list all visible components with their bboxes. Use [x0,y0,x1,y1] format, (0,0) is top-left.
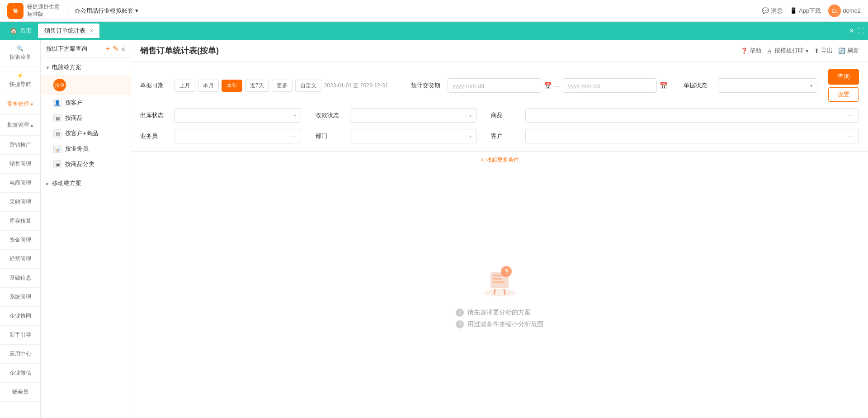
topbar-title[interactable]: 办公用品行业模拟账套 ▾ [75,7,138,15]
sidebar-item-wholesale[interactable]: 批发管理 ▴ [0,115,40,136]
goods-select[interactable]: ··· [525,108,859,123]
solution-item-by-salesman[interactable]: 📊 按业务员 [41,141,131,157]
mobile-group-arrow-icon: ▸ [46,180,49,187]
customer-label: 客户 [491,132,518,140]
phone-icon: 📱 [790,7,797,14]
salesman-dots-icon[interactable]: ··· [290,132,296,140]
topbar: 畅 畅捷通好生意 标准版 办公用品行业模拟账套 ▾ 💬 消息 📱 App下载 E… [0,0,868,22]
refresh-button[interactable]: 🔄 刷新 [838,47,859,55]
customer-select[interactable]: ··· [525,129,859,143]
sidebar-item-enterprise[interactable]: 企业协同 [0,307,40,326]
sidebar-item-purchase[interactable]: 采购管理 [0,193,40,212]
page-actions: ❓ 帮助 🖨 按模板打印 ▾ ⬆ 导出 🔄 刷新 [741,47,859,55]
delivery-status-select[interactable]: ▾ [175,108,301,123]
print-arrow-icon: ▾ [806,48,809,54]
date-label: 单据日期 [140,81,167,90]
sidebar-item-retail[interactable]: 零售管理 ▾ [0,94,40,115]
date-btn-7days[interactable]: 近7天 [245,80,269,92]
solution-item-by-order[interactable]: 按单 [41,75,131,95]
window-maximize-icon[interactable]: ⛶ [858,27,864,34]
date-btn-this-year[interactable]: 本年 [222,80,242,92]
empty-tips-list: 1 请先选择要分析的方案 2 用过滤条件来缩小分析范围 [456,309,543,332]
solution-group-mobile: ▸ 移动端方案 [41,174,131,193]
goods-dots-icon[interactable]: ··· [848,111,854,119]
date-separator: — [554,82,560,89]
solution-item-by-goods-cat[interactable]: ▣ 按商品分类 [41,157,131,172]
sidebar-item-basic-info[interactable]: 基础信息 [0,269,40,288]
settings-button[interactable]: 设置 [828,87,859,102]
empty-illustration: ? [477,254,522,299]
chevron-down-icon: ▾ [31,102,33,107]
sidebar-item-ecommerce[interactable]: 电商管理 [0,174,40,193]
app-download-button[interactable]: 📱 App下载 [790,7,821,15]
collapse-bar[interactable]: ∧ 收起更多条件 [131,151,868,168]
expected-date-end-input[interactable] [563,78,657,93]
sidebar-search[interactable]: 🔍 搜索菜单 [0,40,40,67]
chevron-up-icon: ▴ [31,123,33,128]
salesman-select[interactable]: ··· [175,129,301,143]
window-close-icon[interactable]: ✕ [849,27,854,34]
main-layout: 🔍 搜索菜单 ⚡ 快捷导航 零售管理 ▾ 批发管理 ▴ 营销推广 销售管理 电商… [0,40,868,418]
customer-dots-icon[interactable]: ··· [848,132,854,140]
sidebar-item-appcenter[interactable]: 应用中心 [0,345,40,364]
solution-group-desktop-title[interactable]: ▾ 电脑端方案 [41,60,131,75]
payment-status-select[interactable]: ▾ [350,108,476,123]
filter-section: 单据日期 上月 本月 本年 近7天 更多 自定义 2023-01-01 至 20… [131,62,868,168]
sidebar-item-sales[interactable]: 销售管理 [0,155,40,174]
status-select[interactable]: ▾ [718,78,817,93]
sidebar-item-wechat[interactable]: 企业微信 [0,364,40,383]
sidebar-item-system[interactable]: 系统管理 [0,288,40,307]
left-panel-header: 按以下方案查询 + ✎ « [41,40,131,58]
add-solution-button[interactable]: + [106,45,110,53]
filter-row-2: 出库状态 ▾ 收款状态 ▾ 商品 ··· [140,108,859,123]
sidebar-item-member[interactable]: 畅会员 [0,383,40,402]
solution-item-by-customer[interactable]: 👤 按客户 [41,95,131,110]
sidebar-item-newbie[interactable]: 新手引导 [0,326,40,345]
refresh-icon: 🔄 [838,48,845,54]
help-button[interactable]: ❓ 帮助 [741,47,761,55]
user-menu[interactable]: Ea demo2 [828,5,861,17]
export-button[interactable]: ⬆ 导出 [814,47,833,55]
tab-sales-stats[interactable]: 销售订单统计表 × [38,24,99,38]
dept-select[interactable]: ▾ [350,129,476,143]
filter-area: 单据日期 上月 本月 本年 近7天 更多 自定义 2023-01-01 至 20… [131,62,868,151]
solution-group-mobile-title[interactable]: ▸ 移动端方案 [41,176,131,191]
dropdown-arrow-icon: ▾ [135,7,138,14]
sidebar-item-management[interactable]: 经营管理 [0,250,40,269]
date-range-text: 2023-01-01 至 2023-12-31 [324,82,388,90]
query-button[interactable]: 查询 [828,69,859,85]
date-btn-more[interactable]: 更多 [272,80,292,92]
collapse-panel-button[interactable]: « [121,45,125,53]
content-area: 按以下方案查询 + ✎ « ▾ 电脑端方案 按单 👤 按客户 ▦ [41,40,868,418]
tab-close-icon[interactable]: × [90,28,93,34]
divider [67,5,67,17]
solution-item-by-goods[interactable]: ▦ 按商品 [41,110,131,126]
home-icon: 🏠 [10,28,17,34]
solution-item-by-customer-goods[interactable]: ▤ 按客户+商品 [41,126,131,141]
expected-date-start-input[interactable] [448,78,542,93]
print-icon: 🖨 [767,48,773,54]
expected-date-label: 预计交货期 [411,81,440,90]
tab-home[interactable]: 🏠 首页 [4,24,38,38]
sidebar-quick-nav[interactable]: ⚡ 快捷导航 [0,67,40,94]
brand-text: 畅捷通好生意 标准版 [27,4,60,18]
calendar-start-icon[interactable]: 📅 [544,82,552,89]
svg-line-8 [504,290,505,294]
sidebar-item-finance[interactable]: 资金管理 [0,231,40,250]
delivery-status-label: 出库状态 [140,111,167,119]
date-btn-last-month[interactable]: 上月 [175,80,195,92]
tip-num-1: 1 [456,309,464,317]
payment-status-label: 收款状态 [316,111,343,119]
print-button[interactable]: 🖨 按模板打印 ▾ [767,47,809,55]
filter-row-3: 业务员 ··· 部门 ▾ 客户 ··· [140,129,859,143]
date-btn-this-month[interactable]: 本月 [198,80,219,92]
edit-solution-button[interactable]: ✎ [113,44,118,53]
message-button[interactable]: 💬 消息 [762,7,783,15]
filter-row-1: 单据日期 上月 本月 本年 近7天 更多 自定义 2023-01-01 至 20… [140,69,859,102]
collapse-arrow-icon: ∧ [480,157,486,163]
message-icon: 💬 [762,7,769,14]
sidebar-item-marketing[interactable]: 营销推广 [0,136,40,155]
date-btn-custom[interactable]: 自定义 [295,80,321,92]
sidebar-item-inventory[interactable]: 库存核算 [0,212,40,231]
calendar-end-icon[interactable]: 📅 [660,82,667,89]
